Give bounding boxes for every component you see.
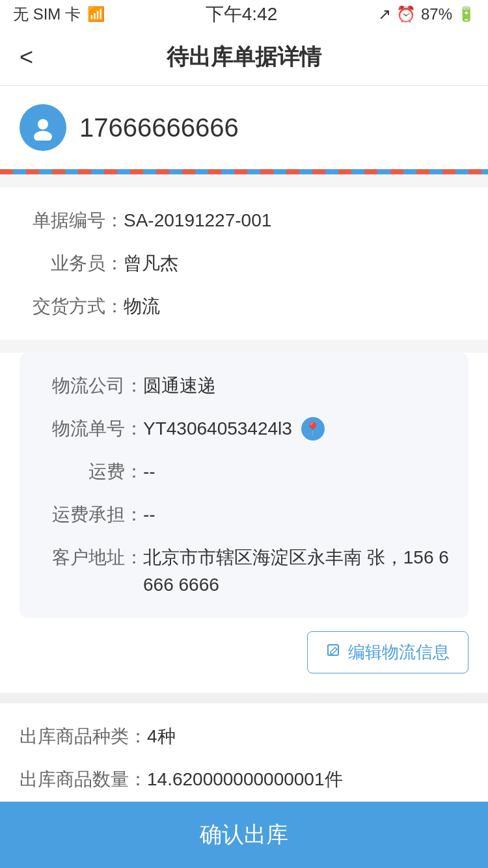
tracking-number-label: 物流单号：	[39, 415, 143, 442]
address-label: 客户地址：	[39, 544, 143, 571]
order-number-label: 单据编号：	[20, 207, 124, 234]
delivery-method-value: 物流	[124, 293, 468, 320]
freight-bear-row: 运费承担： --	[39, 501, 449, 528]
status-left: 无 SIM 卡 📶	[13, 4, 105, 25]
battery-percent: 87%	[421, 5, 452, 23]
status-right: ↗ ⏰ 87% 🔋	[378, 5, 475, 23]
alarm-icon: ⏰	[396, 5, 416, 23]
freight-label: 运费：	[39, 458, 143, 485]
logistics-company-label: 物流公司：	[39, 372, 143, 400]
freight-row: 运费： --	[39, 458, 449, 485]
customer-header: 17666666666	[0, 86, 488, 169]
logistics-company-value: 圆通速递	[143, 372, 449, 400]
customer-phone: 17666666666	[79, 113, 239, 142]
goods-types-row: 出库商品种类： 4种	[20, 723, 468, 750]
tracking-number-value: YT43064053424l3 📍	[143, 415, 449, 442]
edit-icon	[326, 643, 342, 662]
battery-icon: 🔋	[457, 6, 475, 23]
freight-value: --	[143, 458, 449, 485]
section-divider	[0, 693, 488, 703]
logistics-company-row: 物流公司： 圆通速递	[39, 372, 449, 400]
avatar	[20, 104, 66, 151]
delivery-method-row: 交货方式： 物流	[20, 293, 468, 320]
confirm-button[interactable]: 确认出库	[20, 820, 468, 850]
goods-types-label: 出库商品种类：	[20, 723, 147, 750]
goods-section: 出库商品种类： 4种 出库商品数量： 14.620000000000001件	[0, 703, 488, 806]
nav-bar: < 待出库单据详情	[0, 29, 488, 86]
main-content: 17666666666 单据编号： SA-20191227-001 业务员： 曾…	[0, 86, 488, 868]
goods-types-value: 4种	[147, 723, 468, 750]
back-button[interactable]: <	[20, 44, 33, 71]
sales-person-label: 业务员：	[20, 250, 124, 277]
goods-quantity-row: 出库商品数量： 14.620000000000001件	[20, 766, 468, 793]
status-bar: 无 SIM 卡 📶 下午4:42 ↗ ⏰ 87% 🔋	[0, 0, 488, 29]
sim-status: 无 SIM 卡	[13, 4, 81, 25]
wifi-icon: 📶	[87, 6, 105, 23]
edit-logistics-button[interactable]: 编辑物流信息	[307, 631, 468, 673]
order-number-value: SA-20191227-001	[124, 207, 468, 234]
svg-point-0	[38, 119, 48, 129]
page-title: 待出库单据详情	[167, 42, 321, 72]
goods-quantity-value: 14.620000000000001件	[147, 766, 468, 793]
tracking-number-row: 物流单号： YT43064053424l3 📍	[39, 415, 449, 442]
edit-logistics-label: 编辑物流信息	[348, 641, 450, 664]
confirm-btn-wrapper: 确认出库	[0, 802, 488, 868]
basic-info-section: 单据编号： SA-20191227-001 业务员： 曾凡杰 交货方式： 物流	[0, 187, 488, 340]
track-location-icon[interactable]: 📍	[301, 417, 325, 441]
address-value: 北京市市辖区海淀区永丰南 张，156 6666 6666	[143, 544, 449, 599]
svg-point-1	[34, 131, 52, 141]
status-time: 下午4:42	[206, 2, 278, 27]
delivery-method-label: 交货方式：	[20, 293, 124, 320]
edit-btn-row: 编辑物流信息	[0, 618, 488, 693]
address-row: 客户地址： 北京市市辖区海淀区永丰南 张，156 6666 6666	[39, 544, 449, 599]
logistics-info-section: 物流公司： 圆通速递 物流单号： YT43064053424l3 📍 运费： -…	[20, 353, 468, 618]
goods-quantity-label: 出库商品数量：	[20, 766, 147, 793]
order-number-row: 单据编号： SA-20191227-001	[20, 207, 468, 234]
sales-person-row: 业务员： 曾凡杰	[20, 250, 468, 277]
stripe-divider	[0, 169, 488, 174]
freight-bear-value: --	[143, 501, 449, 528]
freight-bear-label: 运费承担：	[39, 501, 143, 528]
sales-person-value: 曾凡杰	[124, 250, 468, 277]
location-status-icon: ↗	[378, 5, 391, 23]
